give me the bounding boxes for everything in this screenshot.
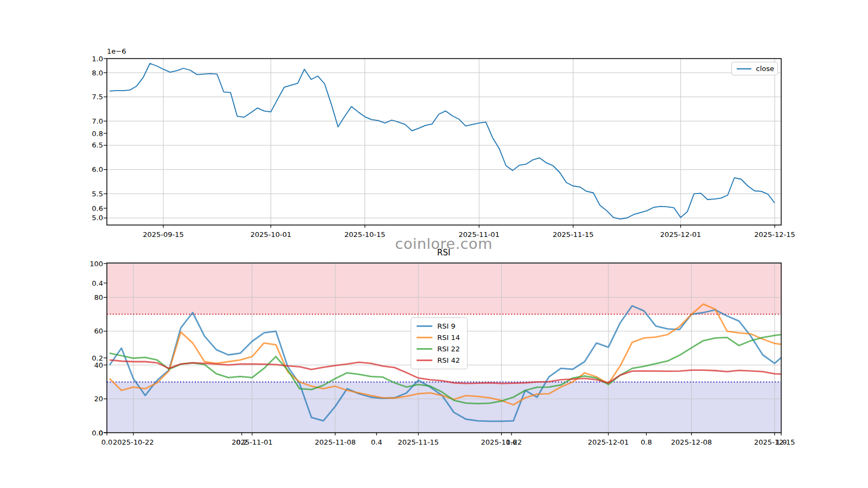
x-tick-label: 2025-12-15	[754, 438, 795, 446]
y-tick-label: 8.0	[92, 69, 103, 77]
y-tick-label: 80	[94, 293, 103, 301]
rsi-legend-entry: RSI 22	[417, 344, 460, 354]
rsi9-legend-line-sample	[417, 325, 432, 327]
x-tick-label: 2025-12-01	[588, 438, 629, 446]
overlay-y-tick-label: 0.4	[92, 279, 103, 287]
overlay-y-tick-label: 0.8	[92, 130, 103, 138]
rsi-chart-title: RSI	[437, 248, 450, 258]
y-tick-label: 6.5	[92, 141, 103, 149]
y-tick-label: 5.5	[92, 190, 103, 198]
rsi22-legend-label: RSI 22	[437, 345, 460, 353]
rsi42-legend-line-sample	[417, 359, 432, 361]
overlay-x-tick-label: 0.2	[236, 438, 247, 446]
y-tick-label: 7.0	[92, 117, 103, 125]
overlay-y-tick-label: 0.0	[92, 429, 103, 437]
overlay-x-tick-label: 0.8	[641, 438, 652, 446]
y-axis-offset-label: 1e−6	[107, 47, 126, 55]
overlay-y-tick-label: 0.2	[92, 354, 103, 362]
rsi-legend-entry: RSI 14	[417, 333, 460, 342]
y-tick-label: 5.0	[92, 214, 103, 222]
overlay-x-tick-label: 0.6	[506, 438, 517, 446]
rsi14-legend-line-sample	[417, 337, 432, 338]
x-tick-label: 2025-11-08	[315, 438, 356, 446]
x-tick-label: 2025-12-08	[671, 438, 712, 446]
overlay-y-tick-label: 1.0	[92, 55, 103, 63]
close-series-line	[110, 63, 775, 219]
rsi14-legend-label: RSI 14	[437, 333, 460, 342]
oversold-band	[107, 382, 781, 433]
y-tick-label: 20	[94, 395, 103, 403]
y-tick-label: 6.0	[92, 165, 103, 174]
x-tick-label: 2025-10-15	[344, 230, 386, 239]
close-legend: close	[731, 62, 778, 75]
overbought-band	[107, 264, 781, 314]
x-tick-label: 2025-10-22	[113, 438, 154, 446]
x-tick-label: 2025-12-01	[660, 230, 701, 239]
close-legend-line-sample	[737, 68, 751, 69]
y-tick-label: 100	[90, 260, 103, 268]
rsi-legend-entry: RSI 42	[417, 356, 460, 365]
x-tick-label: 2025-11-15	[553, 230, 594, 239]
rsi22-legend-line-sample	[417, 348, 432, 350]
y-tick-label: 40	[94, 361, 103, 369]
chart-figure: 2025-09-152025-10-012025-10-152025-11-01…	[0, 0, 868, 488]
close-legend-label: close	[756, 65, 774, 73]
rsi42-legend-label: RSI 42	[437, 356, 460, 364]
overlay-x-tick-label: 0.4	[371, 438, 382, 446]
rsi-legend-entry: RSI 9	[417, 322, 460, 331]
rsi9-legend-label: RSI 9	[437, 322, 456, 330]
price-chart: 2025-09-152025-10-012025-10-152025-11-01…	[92, 47, 795, 239]
x-tick-label: 2025-09-15	[143, 230, 184, 239]
y-tick-label: 7.5	[92, 93, 103, 101]
y-tick-label: 60	[94, 327, 103, 335]
x-tick-label: 2025-11-15	[398, 438, 439, 446]
overlay-x-tick-label: 0.0	[101, 438, 113, 446]
x-tick-label: 2025-10-01	[250, 230, 291, 239]
overlay-x-tick-label: 1.0	[776, 438, 787, 446]
x-tick-label: 2025-12-15	[754, 230, 795, 239]
overlay-y-tick-label: 0.6	[92, 204, 103, 213]
price-axes-frame	[107, 59, 781, 225]
rsi-legend: RSI 9 RSI 14 RSI 22 RSI 42	[411, 317, 468, 369]
